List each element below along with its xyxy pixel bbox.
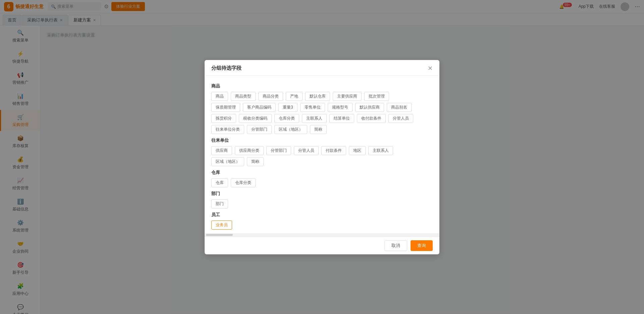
field-group-partner2: 区域（地区） 简称 <box>211 157 433 166</box>
field-tag-shortname-goods[interactable]: 简称 <box>310 125 327 134</box>
field-tag-region-goods[interactable]: 区域（地区） <box>274 125 307 134</box>
field-tag-settlement-unit[interactable]: 结算单位 <box>329 114 354 123</box>
field-group-goods2: 保质期管理 客户商品编码 重量3 零售单位 规格型号 默认供应商 商品别名 <box>211 103 433 112</box>
modal-title: 分组待选字段 <box>211 65 241 71</box>
field-tag-main-supplier[interactable]: 主要供应商 <box>333 92 362 101</box>
field-tag-supplier[interactable]: 供应商 <box>211 146 232 155</box>
cancel-button[interactable]: 取消 <box>384 240 407 251</box>
field-tag-origin[interactable]: 产地 <box>286 92 303 101</box>
modal-close-icon[interactable]: ✕ <box>428 65 433 72</box>
modal-horizontal-scrollbar[interactable] <box>205 233 439 237</box>
field-tag-goods[interactable]: 商品 <box>211 92 228 101</box>
field-tag-partner-category[interactable]: 往来单位分类 <box>211 125 244 134</box>
modal-body: 商品 商品 商品类型 商品分类 产地 默认仓库 主要供应商 批次管理 保质期管理… <box>205 76 439 233</box>
field-tag-warehouse[interactable]: 仓库 <box>211 178 228 187</box>
confirm-button[interactable]: 查询 <box>411 240 433 251</box>
field-tag-payment-terms[interactable]: 收付款条件 <box>357 114 386 123</box>
field-tag-warehouse-category2[interactable]: 仓库分类 <box>231 178 256 187</box>
field-tag-main-contact2[interactable]: 主联系人 <box>368 146 393 155</box>
field-tag-region2-partner[interactable]: 区域（地区） <box>211 157 244 166</box>
field-tag-main-contact[interactable]: 主联系人 <box>302 114 327 123</box>
field-tag-charge-dept[interactable]: 分管部门 <box>247 125 272 134</box>
section-title-staff: 员工 <box>211 212 433 218</box>
field-tag-region-partner[interactable]: 地区 <box>349 146 366 155</box>
field-group-goods4: 往来单位分类 分管部门 区域（地区） 简称 <box>211 125 433 134</box>
field-tag-charge-dept2[interactable]: 分管部门 <box>266 146 291 155</box>
field-group-dept: 部门 <box>211 199 433 208</box>
field-group-warehouse: 仓库 仓库分类 <box>211 178 433 187</box>
field-tag-batch-manage[interactable]: 批次管理 <box>364 92 389 101</box>
field-group-staff: 业务员 <box>211 221 433 230</box>
field-tag-default-supplier[interactable]: 默认供应商 <box>355 103 384 112</box>
modal-overlay: 分组待选字段 ✕ 商品 商品 商品类型 商品分类 产地 默认仓库 主要供应商 批… <box>0 0 644 314</box>
field-tag-spec-model[interactable]: 规格型号 <box>328 103 353 112</box>
field-tag-salesperson[interactable]: 业务员 <box>211 221 232 230</box>
field-tag-goods-type[interactable]: 商品类型 <box>231 92 256 101</box>
section-title-dept: 部门 <box>211 191 433 197</box>
field-tag-warehouse-category[interactable]: 仓库分类 <box>274 114 299 123</box>
field-tag-expiry-manage[interactable]: 保质期管理 <box>211 103 240 112</box>
field-tag-supplier-category[interactable]: 供应商分类 <box>235 146 264 155</box>
field-tag-goods-category[interactable]: 商品分类 <box>258 92 283 101</box>
modal-header: 分组待选字段 ✕ <box>205 60 439 76</box>
hscroll-thumb <box>206 234 233 236</box>
section-title-goods: 商品 <box>211 83 433 89</box>
field-select-modal: 分组待选字段 ✕ 商品 商品 商品类型 商品分类 产地 默认仓库 主要供应商 批… <box>205 60 439 254</box>
field-tag-retail-unit[interactable]: 零售单位 <box>300 103 325 112</box>
field-tag-pick-points[interactable]: 拣货积分 <box>211 114 236 123</box>
field-group-partner: 供应商 供应商分类 分管部门 分管人员 付款条件 地区 主联系人 <box>211 146 433 155</box>
field-tag-shortname-partner[interactable]: 简称 <box>247 157 264 166</box>
field-tag-default-warehouse[interactable]: 默认仓库 <box>305 92 330 101</box>
modal-footer: 取消 查询 <box>205 237 439 254</box>
field-tag-goods-alias[interactable]: 商品别名 <box>387 103 412 112</box>
field-tag-customer-code[interactable]: 客户商品编码 <box>243 103 276 112</box>
field-tag-tax-code[interactable]: 税收分类编码 <box>239 114 272 123</box>
section-title-partner: 往来单位 <box>211 137 433 143</box>
section-title-warehouse: 仓库 <box>211 170 433 176</box>
field-tag-payment-terms2[interactable]: 付款条件 <box>321 146 346 155</box>
field-tag-charge-person[interactable]: 分管人员 <box>388 114 413 123</box>
field-tag-weight3[interactable]: 重量3 <box>278 103 298 112</box>
field-group-goods3: 拣货积分 税收分类编码 仓库分类 主联系人 结算单位 收付款条件 分管人员 <box>211 114 433 123</box>
field-tag-dept[interactable]: 部门 <box>211 199 228 208</box>
field-group-goods: 商品 商品类型 商品分类 产地 默认仓库 主要供应商 批次管理 <box>211 92 433 101</box>
field-tag-charge-person2[interactable]: 分管人员 <box>294 146 319 155</box>
